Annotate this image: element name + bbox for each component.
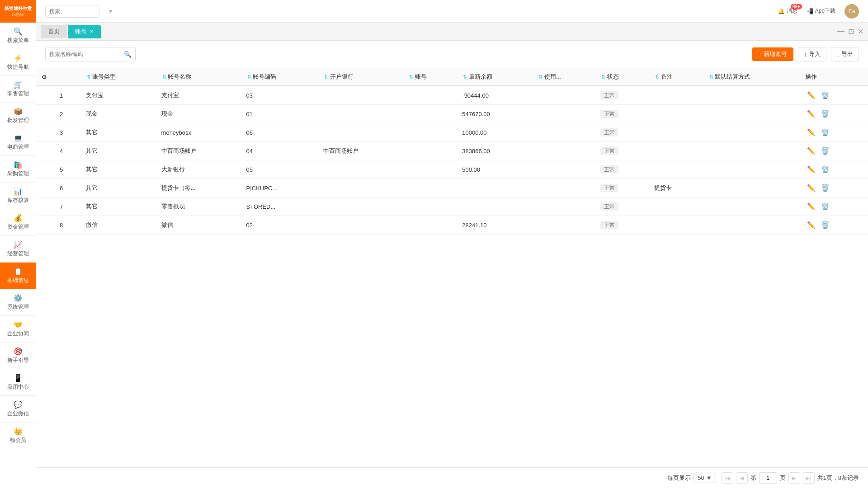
sidebar-item-search-menu[interactable]: 🔍 搜索菜单 xyxy=(0,23,36,49)
col-default-settlement[interactable]: ⇅ 默认结算方式 xyxy=(703,68,800,86)
export-label: 导出 xyxy=(841,50,853,58)
row-account xyxy=(403,179,457,197)
row-type: 微信 xyxy=(80,216,156,235)
sidebar-item-quick-nav[interactable]: ⚡ 快捷导航 xyxy=(0,49,36,76)
row-gear xyxy=(36,105,54,123)
sidebar-logo: 畅捷通好生意 乐惠版 xyxy=(0,0,36,23)
col-balance[interactable]: ⇅ 最新余额 xyxy=(457,68,532,86)
row-actions: ✏️ 🗑️ xyxy=(800,105,868,123)
edit-button[interactable]: ✏️ xyxy=(805,202,817,211)
sidebar-item-label: 资金管理 xyxy=(7,223,29,231)
sidebar-item-retail-mgmt[interactable]: 🛒 零售管理 xyxy=(0,76,36,103)
delete-button[interactable]: 🗑️ xyxy=(819,220,831,230)
edit-button[interactable]: ✏️ xyxy=(805,127,817,137)
topbar-search-input[interactable] xyxy=(45,5,99,18)
col-status[interactable]: ⇅ 状态 xyxy=(595,68,649,86)
export-button[interactable]: ↓ 导出 xyxy=(831,47,859,61)
first-page-button[interactable]: |◀ xyxy=(722,472,733,484)
edit-button[interactable]: ✏️ xyxy=(805,164,817,174)
import-icon: ↑ xyxy=(804,51,807,58)
sidebar-item-label: 新手引导 xyxy=(7,357,29,364)
col-gear[interactable]: ⚙ xyxy=(36,68,54,86)
message-badge: 99+ xyxy=(791,4,802,9)
sidebar-item-purchase-mgmt[interactable]: 🛍️ 采购管理 xyxy=(0,156,36,183)
sort-icon: ⇅ xyxy=(463,74,467,80)
edit-button[interactable]: ✏️ xyxy=(805,90,817,100)
search-input[interactable] xyxy=(49,51,124,57)
tab-home[interactable]: 首页 xyxy=(41,25,67,38)
tab-account[interactable]: 账号 ✕ xyxy=(68,25,101,38)
row-type: 其它 xyxy=(80,160,156,179)
col-bank[interactable]: ⇅ 开户银行 xyxy=(318,68,403,86)
add-account-button[interactable]: + 新增账号 xyxy=(752,47,793,61)
row-usage xyxy=(532,142,595,160)
next-page-button[interactable]: ▶ xyxy=(788,472,800,484)
sort-icon: ⇅ xyxy=(324,74,328,80)
window-maximize-button[interactable]: ⊡ xyxy=(848,27,854,36)
table-row: 3 其它 moneybosx 06 10000.00 正常 ✏️ 🗑️ xyxy=(36,123,868,142)
sidebar-item-inventory[interactable]: 📊 库存核算 xyxy=(0,183,36,209)
delete-button[interactable]: 🗑️ xyxy=(819,164,831,174)
col-usage[interactable]: ⇅ 使用... xyxy=(532,68,595,86)
sidebar-item-basic-info[interactable]: 📋 基础信息 xyxy=(0,263,36,289)
edit-button[interactable]: ✏️ xyxy=(805,109,817,119)
delete-button[interactable]: 🗑️ xyxy=(819,90,831,100)
edit-button[interactable]: ✏️ xyxy=(805,183,817,193)
row-status: 正常 xyxy=(595,123,649,142)
sidebar-item-ops-mgmt[interactable]: 📈 经营管理 xyxy=(0,236,36,263)
sort-icon: ⇅ xyxy=(655,74,659,80)
row-balance xyxy=(457,179,532,197)
col-code[interactable]: ⇅ 账号编码 xyxy=(241,68,318,86)
row-default-settlement xyxy=(703,197,800,216)
delete-button[interactable]: 🗑️ xyxy=(819,183,831,193)
row-remark xyxy=(649,123,703,142)
prev-page-button[interactable]: ◀ xyxy=(736,472,748,484)
row-actions: ✏️ 🗑️ xyxy=(800,179,868,197)
tab-close-icon[interactable]: ✕ xyxy=(90,28,94,34)
search-box[interactable]: 🔍 xyxy=(45,47,136,61)
page-number-input[interactable] xyxy=(759,472,777,484)
delete-button[interactable]: 🗑️ xyxy=(819,146,831,156)
delete-button[interactable]: 🗑️ xyxy=(819,202,831,211)
row-status: 正常 xyxy=(595,179,649,197)
import-button[interactable]: ↑ 导入 xyxy=(798,47,826,61)
message-button[interactable]: 🔔 消息 99+ xyxy=(778,7,797,15)
chevron-down-icon: ▼ xyxy=(108,8,113,14)
col-remark[interactable]: ⇅ 备注 xyxy=(649,68,703,86)
row-default-settlement xyxy=(703,142,800,160)
sidebar-item-member[interactable]: 👑 畅会员 xyxy=(0,422,36,449)
row-remark: 提货卡 xyxy=(649,179,703,197)
edit-button[interactable]: ✏️ xyxy=(805,146,817,156)
row-bank xyxy=(318,105,403,123)
sidebar-item-sys-mgmt[interactable]: ⚙️ 系统管理 xyxy=(0,289,36,316)
edit-button[interactable]: ✏️ xyxy=(805,220,817,230)
delete-button[interactable]: 🗑️ xyxy=(819,127,831,137)
row-usage xyxy=(532,86,595,105)
row-actions: ✏️ 🗑️ xyxy=(800,123,868,142)
sidebar-item-app-center[interactable]: 📱 应用中心 xyxy=(0,369,36,396)
window-close-button[interactable]: ✕ xyxy=(858,27,863,36)
quick-nav-icon: ⚡ xyxy=(14,54,23,62)
avatar[interactable]: Ea xyxy=(844,4,859,19)
sidebar-item-wholesale-mgmt[interactable]: 📦 批发管理 xyxy=(0,103,36,129)
row-balance: 547670.00 xyxy=(457,105,532,123)
sidebar-item-enterprise-wechat[interactable]: 💬 企业微信 xyxy=(0,396,36,422)
toolbar: 🔍 + 新增账号 ↑ 导入 ↓ 导出 xyxy=(36,41,868,68)
window-minimize-button[interactable]: — xyxy=(837,27,844,36)
row-account xyxy=(403,216,457,235)
col-account[interactable]: ⇅ 账号 xyxy=(403,68,457,86)
sidebar-item-enterprise-agreement[interactable]: 🤝 企业协同 xyxy=(0,316,36,343)
sidebar-item-label: 企业微信 xyxy=(7,410,29,418)
app-download-button[interactable]: 📲 App下载 xyxy=(807,7,835,15)
sidebar-item-fund-mgmt[interactable]: 💰 资金管理 xyxy=(0,209,36,236)
sidebar-item-newbie-guide[interactable]: 🎯 新手引导 xyxy=(0,343,36,369)
col-type[interactable]: ⇅ 账号类型 xyxy=(80,68,156,86)
row-usage xyxy=(532,123,595,142)
col-name[interactable]: ⇅ 账号名称 xyxy=(156,68,241,86)
sidebar-item-ecommerce-mgmt[interactable]: 💻 电商管理 xyxy=(0,129,36,156)
sidebar-item-label: 库存核算 xyxy=(7,197,29,204)
delete-button[interactable]: 🗑️ xyxy=(819,109,831,119)
table-row: 4 其它 中百商场账户 04 中百商场账户 383866.00 正常 ✏️ 🗑️ xyxy=(36,142,868,160)
page-size-dropdown[interactable]: 50 ▼ xyxy=(693,473,716,483)
last-page-button[interactable]: ▶| xyxy=(803,472,815,484)
